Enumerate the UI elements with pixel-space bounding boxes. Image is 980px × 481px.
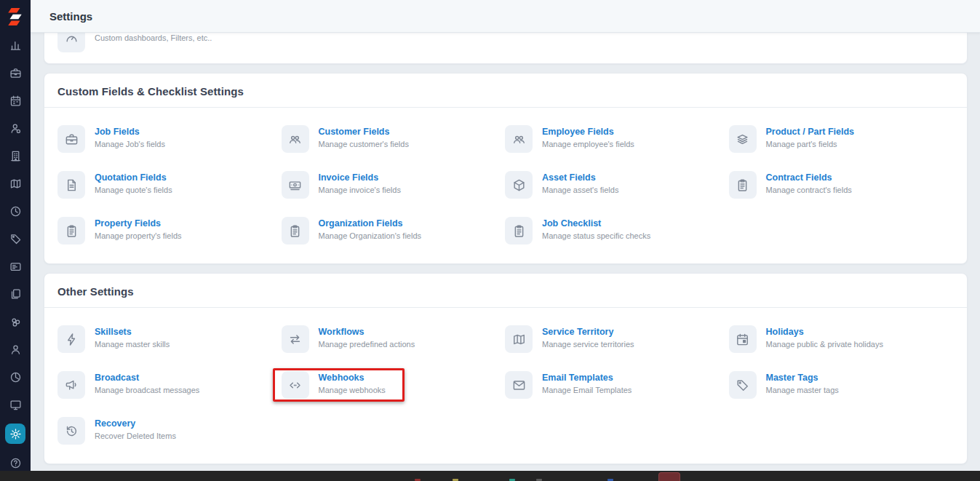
item-subtitle: Manage master skills [95, 340, 170, 349]
layers-icon [729, 125, 757, 153]
item-subtitle: Manage public & private holidays [766, 340, 883, 349]
other-settings-section-card: Other Settings Skillsets Manage master s… [44, 273, 968, 464]
settings-item-workflows[interactable]: Workflows Manage predefined actions [282, 325, 506, 353]
item-text: Customer Fields Manage customer's fields [319, 125, 409, 148]
sidebar-item-map[interactable] [7, 175, 24, 192]
sidebar-item-gear[interactable] [5, 424, 25, 444]
item-title-link[interactable]: Job Checklist [542, 217, 650, 228]
taskbar-highlighted-app[interactable] [658, 472, 680, 481]
item-subtitle: Custom dashboards, Filters, etc.. [95, 33, 212, 42]
sidebar-item-briefcase[interactable] [7, 64, 24, 82]
customer-icon [9, 122, 22, 135]
sidebar-item-invoice-card[interactable] [7, 258, 24, 275]
sidebar-item-monitor[interactable] [7, 396, 24, 413]
item-title-link[interactable]: Email Templates [542, 371, 632, 383]
item-title-link[interactable]: Product / Part Fields [766, 125, 855, 137]
item-title-link[interactable]: Master Tags [766, 371, 839, 383]
sidebar-item-calendar[interactable] [7, 92, 24, 109]
item-title-link[interactable]: Property Fields [95, 217, 182, 228]
os-taskbar[interactable] [0, 471, 980, 481]
item-text: Service Territory Manage service territo… [542, 325, 634, 349]
sidebar-item-help[interactable] [7, 454, 24, 472]
item-title-link[interactable]: Service Territory [542, 325, 634, 337]
item-title-link[interactable]: Workflows [319, 325, 415, 337]
clock-icon [9, 205, 22, 218]
settings-item-quotation-fields[interactable]: Quotation Fields Manage quote's fields [57, 171, 282, 199]
building-icon [9, 150, 22, 162]
settings-item-webhooks[interactable]: Webhooks Manage webhooks [282, 371, 506, 399]
briefcase-icon [9, 67, 22, 79]
sidebar-item-clock[interactable] [7, 202, 24, 220]
settings-item-service-territory[interactable]: Service Territory Manage service territo… [505, 325, 729, 353]
item-subtitle: Manage customer's fields [319, 140, 409, 148]
item-title-link[interactable]: Invoice Fields [319, 171, 401, 183]
settings-item-contract-fields[interactable]: Contract Fields Manage contract's fields [729, 171, 953, 199]
sidebar-nav [5, 33, 25, 472]
item-text: Quotation Fields Manage quote's fields [95, 171, 172, 194]
item-title-link[interactable]: Webhooks [319, 371, 386, 383]
item-title-link[interactable]: Job Fields [95, 125, 165, 137]
settings-item-recovery[interactable]: Recovery Recover Deleted Items [57, 417, 282, 445]
item-text: Asset Fields Manage asset's fields [542, 171, 618, 194]
item-subtitle: Recover Deleted Items [95, 432, 176, 440]
item-title-link[interactable]: Recovery [95, 417, 176, 429]
tag-icon [9, 233, 22, 245]
item-subtitle: Manage Email Templates [542, 386, 632, 394]
item-subtitle: Manage contract's fields [766, 186, 852, 194]
settings-item-product-part-fields[interactable]: Product / Part Fields Manage part's fiel… [729, 125, 953, 153]
item-title-link[interactable]: Broadcast [95, 371, 199, 383]
item-text: Recovery Recover Deleted Items [95, 417, 176, 440]
settings-item-employee-fields[interactable]: Employee Fields Manage employee's fields [505, 125, 729, 153]
history-icon [57, 417, 85, 445]
item-text: Job Checklist Manage status specific che… [542, 217, 650, 240]
item-title-link[interactable]: Quotation Fields [95, 171, 172, 183]
settings-item-job-fields[interactable]: Job Fields Manage Job's fields [57, 125, 282, 153]
item-subtitle: Manage predefined actions [319, 340, 415, 349]
item-subtitle: Manage service territories [542, 340, 634, 349]
settings-item-invoice-fields[interactable]: Invoice Fields Manage invoice's fields [282, 171, 506, 199]
item-text: Property Fields Manage property's fields [95, 217, 182, 240]
item-text: Holidays Manage public & private holiday… [766, 325, 883, 349]
sidebar-item-customer[interactable] [7, 119, 24, 137]
item-subtitle: Manage broadcast messages [95, 386, 199, 394]
sidebar-item-documents[interactable] [7, 285, 24, 303]
general-settings-card-partial: Custom dashboards, Filters, etc.. [44, 33, 968, 64]
settings-content[interactable]: Custom dashboards, Filters, etc.. Custom… [31, 33, 980, 471]
settings-item-broadcast[interactable]: Broadcast Manage broadcast messages [57, 371, 282, 399]
sidebar-item-bar-chart[interactable] [7, 36, 24, 54]
item-title-link[interactable]: Contract Fields [766, 171, 852, 183]
zuper-logo-icon [6, 7, 25, 26]
item-title-link[interactable]: Holidays [766, 325, 883, 337]
item-title-link[interactable]: Employee Fields [542, 125, 634, 137]
calendar-icon [9, 95, 22, 107]
sidebar-item-tag[interactable] [7, 230, 24, 247]
settings-item-email-templates[interactable]: Email Templates Manage Email Templates [505, 371, 729, 399]
item-title-link[interactable]: Asset Fields [542, 171, 618, 183]
settings-item-job-checklist[interactable]: Job Checklist Manage status specific che… [505, 217, 729, 245]
settings-item-customer-fields[interactable]: Customer Fields Manage customer's fields [282, 125, 506, 153]
document-icon [57, 171, 85, 199]
settings-item-skillsets[interactable]: Skillsets Manage master skills [57, 325, 282, 353]
bolt-icon [57, 325, 85, 353]
section-title: Other Settings [57, 285, 952, 298]
settings-item-organization-fields[interactable]: Organization Fields Manage Organization'… [282, 217, 506, 245]
item-title-link[interactable]: Organization Fields [319, 217, 422, 228]
item-title-link[interactable]: Skillsets [95, 325, 170, 337]
settings-item-dashboards[interactable]: Custom dashboards, Filters, etc.. [44, 33, 967, 52]
clipboard-icon [282, 217, 309, 245]
briefcase-icon [57, 125, 85, 153]
item-title-link[interactable]: Customer Fields [319, 125, 409, 137]
sidebar-item-building[interactable] [7, 147, 24, 164]
item-subtitle: Manage webhooks [319, 386, 386, 394]
app-logo[interactable] [0, 0, 31, 33]
sidebar-item-user[interactable] [7, 341, 24, 358]
sidebar-item-timer[interactable] [7, 368, 24, 386]
item-subtitle: Manage master tags [766, 386, 839, 394]
settings-item-holidays[interactable]: Holidays Manage public & private holiday… [729, 325, 953, 353]
sidebar-item-parts[interactable] [7, 313, 24, 330]
settings-item-asset-fields[interactable]: Asset Fields Manage asset's fields [505, 171, 729, 199]
item-text: Employee Fields Manage employee's fields [542, 125, 634, 148]
users-icon [282, 125, 309, 153]
settings-item-master-tags[interactable]: Master Tags Manage master tags [729, 371, 953, 399]
settings-item-property-fields[interactable]: Property Fields Manage property's fields [57, 217, 282, 245]
